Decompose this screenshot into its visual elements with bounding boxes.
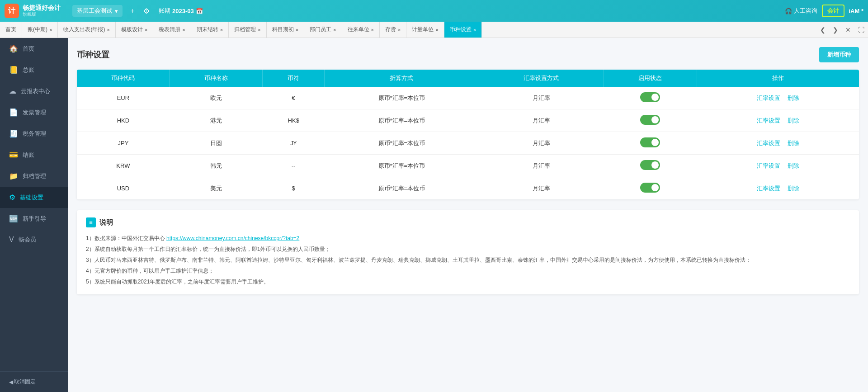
sidebar-item-member[interactable]: V畅会员: [0, 229, 68, 250]
sidebar-label-tax: 税务管理: [23, 130, 46, 138]
tab-item-3[interactable]: 模版设计 ×: [116, 22, 153, 38]
logo-text-group: 畅捷通好会计 旗舰版: [23, 4, 61, 18]
sidebar-item-settings[interactable]: ⚙基础设置: [0, 187, 68, 208]
tab-item-10[interactable]: 存货 ×: [380, 22, 406, 38]
cell-2-3: 原币*汇率=本位币: [325, 132, 479, 155]
toggle-3[interactable]: [640, 160, 660, 170]
table-row-1: HKD港元HK$原币*汇率=本位币月汇率汇率设置删除: [77, 109, 859, 132]
tab-expand-button[interactable]: ⛶: [854, 26, 868, 33]
tab-label-10: 存货: [385, 26, 396, 33]
tab-close-4[interactable]: ×: [182, 27, 185, 33]
cell-3-2: --: [263, 155, 325, 177]
sidebar-item-invoice[interactable]: 📄发票管理: [0, 102, 68, 123]
note-link[interactable]: https://www.chinamoney.com.cn/chinese/bk…: [166, 235, 299, 241]
tab-item-7[interactable]: 科目期初 ×: [267, 22, 304, 38]
cell-action-3: 汇率设置删除: [697, 155, 859, 177]
rate-link-0[interactable]: 汇率设置: [757, 94, 780, 101]
cell-0-3: 原币*汇率=本位币: [325, 87, 479, 109]
tab-next-button[interactable]: ❯: [829, 26, 842, 33]
ledger-icon: 📒: [9, 66, 18, 74]
period-value: 2023-03: [172, 8, 194, 14]
tab-label-9: 往来单位: [348, 26, 369, 33]
guide-icon: 🆕: [9, 214, 18, 223]
tab-close-all-button[interactable]: ✕: [842, 26, 854, 33]
rate-link-3[interactable]: 汇率设置: [757, 162, 780, 169]
sidebar-item-home[interactable]: 🏠首页: [0, 38, 68, 59]
tab-item-0[interactable]: 首页: [0, 22, 22, 38]
sidebar-item-ledger[interactable]: 📒总账: [0, 59, 68, 80]
tab-close-10[interactable]: ×: [398, 27, 401, 33]
toggle-4[interactable]: [640, 183, 660, 193]
tab-close-11[interactable]: ×: [435, 27, 438, 33]
tab-item-9[interactable]: 往来单位 ×: [342, 22, 380, 38]
table-header-3: 折算方式: [325, 70, 479, 87]
cell-0-0: EUR: [77, 87, 170, 109]
tab-prev-button[interactable]: ❮: [816, 26, 829, 33]
rate-link-1[interactable]: 汇率设置: [757, 117, 780, 124]
cell-3-0: KRW: [77, 155, 170, 177]
cell-toggle-2: [604, 132, 697, 155]
tab-label-4: 税表清册: [159, 26, 180, 33]
new-currency-button[interactable]: 新增币种: [819, 47, 859, 62]
toggle-2[interactable]: [640, 137, 660, 147]
tab-close-8[interactable]: ×: [333, 27, 336, 33]
delete-link-4[interactable]: 删除: [788, 185, 799, 192]
tab-close-12[interactable]: ×: [473, 27, 476, 33]
sidebar-pin-toggle[interactable]: ◀ 取消固定: [0, 371, 68, 392]
tab-close-9[interactable]: ×: [371, 27, 374, 33]
cell-2-0: JPY: [77, 132, 170, 155]
delete-link-2[interactable]: 删除: [788, 140, 799, 146]
note-title: ≡ 说明: [86, 217, 850, 227]
tab-item-11[interactable]: 计量单位 ×: [406, 22, 444, 38]
sidebar-label-reports: 云报表中心: [21, 87, 50, 95]
tab-close-2[interactable]: ×: [107, 27, 109, 33]
tab-close-1[interactable]: ×: [49, 27, 52, 33]
headset-icon: 🎧: [785, 8, 792, 14]
cell-2-2: J¥: [263, 132, 325, 155]
toggle-1[interactable]: [640, 115, 660, 125]
sidebar-item-checkout[interactable]: 💳结账: [0, 144, 68, 165]
kuaiji-button[interactable]: 会计: [822, 5, 844, 17]
company-selector[interactable]: 基层工会测试 ▾: [72, 5, 123, 17]
tab-close-5[interactable]: ×: [220, 27, 223, 33]
tax-icon: 🧾: [9, 129, 18, 138]
sidebar-label-checkout: 结账: [23, 151, 34, 159]
settings-icon[interactable]: ⚙: [142, 5, 151, 17]
tab-close-3[interactable]: ×: [145, 27, 147, 33]
table-header-0: 币种代码: [77, 70, 170, 87]
tab-item-2[interactable]: 收入支出表(年报) ×: [58, 22, 115, 38]
add-button[interactable]: ＋: [127, 5, 138, 18]
currency-table: 币种代码币种名称币符折算方式汇率设置方式启用状态操作 EUR欧元€原币*汇率=本…: [77, 70, 859, 199]
cell-0-2: €: [263, 87, 325, 109]
calendar-icon[interactable]: 📅: [196, 8, 203, 14]
cell-4-2: $: [263, 177, 325, 200]
sidebar-item-guide[interactable]: 🆕新手引导: [0, 208, 68, 229]
tab-item-4[interactable]: 税表清册 ×: [153, 22, 191, 38]
toggle-0[interactable]: [640, 92, 660, 102]
sidebar-label-invoice: 发票管理: [23, 109, 46, 117]
tab-item-5[interactable]: 期末结转 ×: [191, 22, 229, 38]
tab-item-12[interactable]: 币种设置 ×: [444, 22, 482, 38]
tab-item-1[interactable]: 账(中期) ×: [22, 22, 58, 38]
tab-close-7[interactable]: ×: [296, 27, 298, 33]
cell-toggle-0: [604, 87, 697, 109]
sidebar-item-tax[interactable]: 🧾税务管理: [0, 123, 68, 144]
note-section: ≡ 说明 1）数据来源：中国外汇交易中心 https://www.chinamo…: [77, 210, 859, 294]
sidebar-item-archive[interactable]: 📁归档管理: [0, 165, 68, 187]
help-button[interactable]: 🎧 人工咨询: [785, 7, 817, 15]
tab-item-6[interactable]: 归档管理 ×: [229, 22, 266, 38]
tab-close-6[interactable]: ×: [258, 27, 260, 33]
delete-link-3[interactable]: 删除: [788, 162, 799, 169]
tab-label-6: 归档管理: [234, 26, 256, 33]
rate-link-2[interactable]: 汇率设置: [757, 140, 780, 146]
cell-toggle-4: [604, 177, 697, 200]
cell-1-1: 港元: [170, 109, 263, 132]
delete-link-0[interactable]: 删除: [788, 94, 799, 101]
sidebar-label-archive: 归档管理: [23, 172, 46, 180]
sidebar-item-reports[interactable]: ☁云报表中心: [0, 80, 68, 102]
tab-label-7: 科目期初: [272, 26, 294, 33]
tab-item-8[interactable]: 部门员工 ×: [304, 22, 342, 38]
cell-action-2: 汇率设置删除: [697, 132, 859, 155]
rate-link-4[interactable]: 汇率设置: [757, 185, 780, 192]
delete-link-1[interactable]: 删除: [788, 117, 799, 124]
